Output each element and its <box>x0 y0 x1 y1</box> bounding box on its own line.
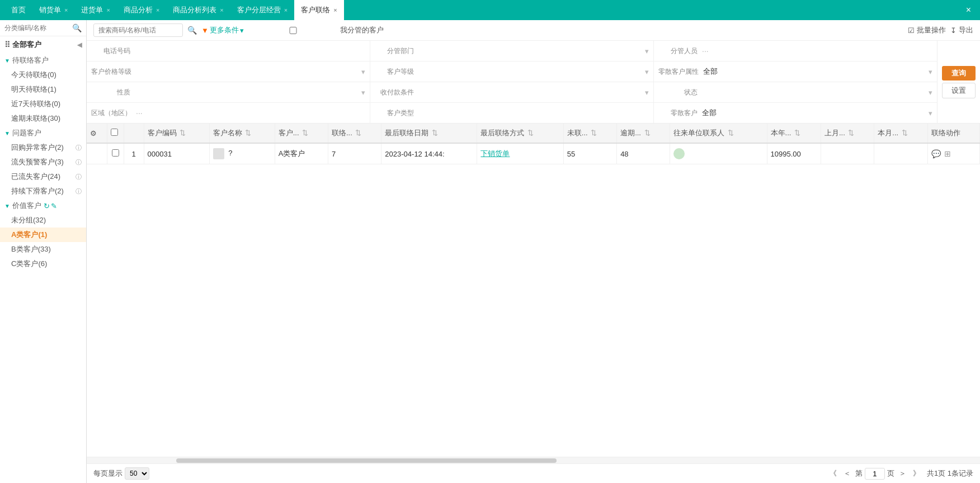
td-checkbox[interactable] <box>107 143 124 164</box>
th-this-month[interactable]: 本月... ⇅ <box>874 124 927 143</box>
nav-product-list[interactable]: 商品分析列表 × <box>166 0 230 20</box>
nav-purchase-close[interactable]: × <box>106 7 110 13</box>
filter-region-value[interactable]: ··· <box>136 108 365 117</box>
next-page-button[interactable]: ＞ <box>897 467 908 480</box>
filter-manager[interactable]: 分管人员 ··· <box>654 41 937 61</box>
th-settings[interactable]: ⚙ <box>87 124 107 143</box>
filter-status-select[interactable]: ▾ <box>702 88 932 97</box>
filter-dept-select[interactable]: ▾ <box>418 47 649 55</box>
th-type-sort-icon[interactable]: ⇅ <box>302 129 308 137</box>
more-conditions-button[interactable]: ▼ 更多条件 ▾ <box>201 25 244 35</box>
per-page-select[interactable]: 50 <box>125 467 149 480</box>
filter-retail-attr-select[interactable]: 全部 ▾ <box>703 67 932 77</box>
nav-product-analysis[interactable]: 商品分析 × <box>117 0 166 20</box>
last-page-button[interactable]: 》 <box>911 467 922 480</box>
filter-price-level-select[interactable]: ▾ <box>136 68 365 76</box>
sidebar-item-unclassified[interactable]: 未分组(32) <box>0 213 86 228</box>
nav-customer-contact[interactable]: 客户联络 × <box>294 0 343 20</box>
filter-price-level[interactable]: 客户价格等级 ▾ <box>87 61 370 82</box>
th-no-days-sort-icon[interactable]: ⇅ <box>591 129 597 137</box>
th-name-sort-icon[interactable]: ⇅ <box>245 129 251 137</box>
sidebar-item-declining[interactable]: 持续下滑客户(2) ⓘ <box>0 184 86 198</box>
th-last-month-sort-icon[interactable]: ⇅ <box>848 129 854 137</box>
th-overdue[interactable]: 逾期... ⇅ <box>617 124 670 143</box>
td-gear[interactable] <box>87 143 107 164</box>
prev-page-button[interactable]: ＜ <box>841 467 853 480</box>
filter-phone-input[interactable] <box>135 47 365 55</box>
filter-manager-dots-icon[interactable]: ··· <box>702 46 709 55</box>
sidebar-item-tomorrow[interactable]: 明天待联络(1) <box>0 82 86 97</box>
th-person-sort-icon[interactable]: ⇅ <box>728 129 734 137</box>
sidebar-problem-section[interactable]: ▼ 问题客户 <box>0 126 86 140</box>
th-contact-sort-icon[interactable]: ⇅ <box>355 129 361 137</box>
th-name[interactable]: 客户名称 ⇅ <box>209 124 275 143</box>
horizontal-scrollbar[interactable] <box>87 457 980 463</box>
sidebar-item-repurchase[interactable]: 回购异常客户(2) ⓘ <box>0 140 86 155</box>
sidebar-item-overdue[interactable]: 逾期未联络(30) <box>0 111 86 126</box>
th-last-date[interactable]: 最后联络日期 ⇅ <box>381 124 477 143</box>
sidebar-item-class-a[interactable]: A类客户(1) <box>0 228 86 242</box>
nav-customer-segment-close[interactable]: × <box>284 7 288 13</box>
filter-region[interactable]: 区域（地区） ··· <box>87 103 370 123</box>
comment-action-icon[interactable]: 💬 <box>931 149 941 158</box>
sidebar-collapse-icon[interactable]: ◀ <box>77 41 82 49</box>
first-page-button[interactable]: 《 <box>827 467 839 480</box>
th-last-method[interactable]: 最后联络方式 ⇅ <box>477 124 563 143</box>
select-all-checkbox[interactable] <box>111 129 118 136</box>
th-no-days[interactable]: 未联... ⇅ <box>563 124 616 143</box>
filter-payment[interactable]: 收付款条件 ▾ <box>370 82 654 102</box>
sidebar-item-today[interactable]: 今天待联络(0) <box>0 68 86 82</box>
sidebar-value-section[interactable]: ▼ 价值客户 ↻ ✎ <box>0 198 86 213</box>
sidebar-item-churned[interactable]: 已流失客户(24) ⓘ <box>0 169 86 184</box>
filter-region-dots-icon[interactable]: ··· <box>136 108 143 117</box>
filter-retail-customer[interactable]: 零散客户 全部 ▾ <box>654 103 937 123</box>
qr-action-icon[interactable]: ⊞ <box>944 149 951 158</box>
filter-customer-type[interactable]: 客户类型 <box>370 103 654 123</box>
nav-product-list-close[interactable]: × <box>220 7 223 13</box>
sidebar-item-churn-warning[interactable]: 流失预警客户(3) ⓘ <box>0 155 86 169</box>
query-button[interactable]: 查询 <box>942 66 976 80</box>
main-search-input[interactable] <box>93 23 183 37</box>
filter-dept[interactable]: 分管部门 ▾ <box>370 41 654 61</box>
sidebar-item-class-c[interactable]: C类客户(6) <box>0 257 86 271</box>
th-last-date-sort-icon[interactable]: ⇅ <box>432 129 438 137</box>
th-this-month-sort-icon[interactable]: ⇅ <box>902 129 908 137</box>
filter-manager-value[interactable]: ··· <box>702 46 932 55</box>
sidebar-item-class-b[interactable]: B类客户(33) <box>0 242 86 257</box>
filter-retail-attr[interactable]: 零散客户属性 全部 ▾ <box>654 61 937 82</box>
batch-operation-button[interactable]: ☑ 批量操作 <box>908 25 946 35</box>
main-search-icon[interactable]: 🔍 <box>187 26 197 35</box>
nav-sales-close[interactable]: × <box>64 7 68 13</box>
nav-customer-segment[interactable]: 客户分层经营 × <box>230 0 294 20</box>
filter-nature-select[interactable]: ▾ <box>135 88 365 97</box>
th-type[interactable]: 客户... ⇅ <box>275 124 328 143</box>
sidebar-pending-section[interactable]: ▼ 待联络客户 <box>0 53 86 68</box>
filter-customer-level-select[interactable]: ▾ <box>418 68 649 76</box>
sidebar-all-customers[interactable]: ⠿ 全部客户 ◀ <box>0 36 86 53</box>
th-last-method-sort-icon[interactable]: ⇅ <box>527 129 534 137</box>
th-contact[interactable]: 联络... ⇅ <box>328 124 381 143</box>
window-close-button[interactable]: × <box>962 5 976 15</box>
sidebar-value-edit-icon[interactable]: ✎ <box>51 202 57 210</box>
filter-payment-select[interactable]: ▾ <box>418 88 649 97</box>
th-checkbox[interactable] <box>107 124 124 143</box>
nav-sales[interactable]: 销货单 × <box>32 0 74 20</box>
th-code[interactable]: 客户编码 ⇅ <box>144 124 209 143</box>
td-last-method[interactable]: 下销货单 <box>477 143 563 164</box>
horizontal-scroll-thumb[interactable] <box>176 458 557 463</box>
td-name[interactable]: ? <box>209 143 275 164</box>
filter-status[interactable]: 状态 ▾ <box>654 82 937 102</box>
row-checkbox[interactable] <box>112 149 119 157</box>
filter-customer-level[interactable]: 客户等级 ▾ <box>370 61 654 82</box>
th-last-month[interactable]: 上月... ⇅ <box>821 124 874 143</box>
nav-customer-contact-close[interactable]: × <box>333 7 337 13</box>
page-number-input[interactable] <box>865 468 885 480</box>
settings-button[interactable]: 设置 <box>942 83 976 98</box>
sidebar-search-input[interactable] <box>4 24 72 32</box>
th-overdue-sort-icon[interactable]: ⇅ <box>644 129 651 137</box>
th-person[interactable]: 往来单位联系人 ⇅ <box>670 124 767 143</box>
sidebar-item-7days[interactable]: 近7天待联络(0) <box>0 97 86 111</box>
th-this-year[interactable]: 本年... ⇅ <box>767 124 821 143</box>
filter-nature[interactable]: 性质 ▾ <box>87 82 370 102</box>
th-code-sort-icon[interactable]: ⇅ <box>180 129 186 137</box>
